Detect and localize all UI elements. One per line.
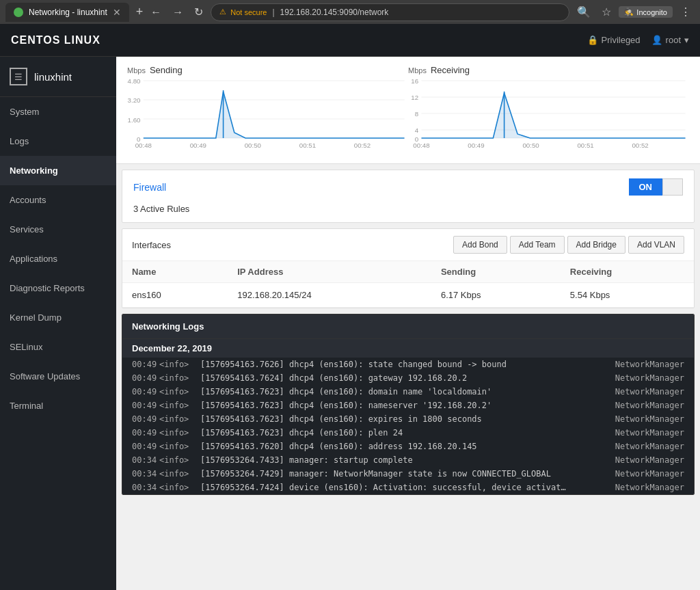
new-tab-button[interactable]: + — [136, 5, 144, 19]
sidebar-item-kernel-dump[interactable]: Kernel Dump — [0, 303, 116, 332]
incognito-badge: 🕵 Incognito — [619, 6, 673, 18]
svg-text:00:51: 00:51 — [577, 142, 593, 149]
dropdown-icon: ▾ — [684, 35, 689, 45]
log-time: 00:49 — [132, 387, 159, 397]
sidebar-logo-text: linuxhint — [34, 71, 72, 83]
reload-button[interactable]: ↻ — [191, 4, 206, 20]
col-ip: IP Address — [228, 261, 431, 283]
col-name: Name — [122, 261, 228, 283]
svg-text:00:50: 00:50 — [522, 142, 539, 149]
app-title: CENTOS LINUX — [11, 34, 100, 46]
iface-btn-add-team[interactable]: Add Team — [510, 236, 565, 254]
user-badge[interactable]: 👤 root ▾ — [651, 35, 689, 45]
address-bar[interactable]: ⚠ Not secure | 192.168.20.145:9090/netwo… — [211, 3, 569, 21]
cell-sending: 6.17 Kbps — [431, 283, 561, 308]
active-rules: 3 Active Rules — [133, 204, 683, 214]
svg-text:8: 8 — [415, 111, 418, 118]
firewall-link[interactable]: Firewall — [133, 182, 166, 193]
receiving-chart-unit: Mbps — [408, 66, 427, 75]
toggle-on-button[interactable]: ON — [629, 178, 663, 196]
log-message: [1576953264.7429] manager: NetworkManage… — [200, 469, 602, 479]
iface-btn-add-bond[interactable]: Add Bond — [453, 236, 507, 254]
iface-btn-add-bridge[interactable]: Add Bridge — [567, 236, 625, 254]
log-entry: 00:49<info>[1576954163.7623] dhcp4 (ens1… — [122, 385, 694, 399]
sidebar-item-software-updates[interactable]: Software Updates — [0, 362, 116, 391]
interfaces-title: Interfaces — [132, 240, 171, 250]
interface-buttons: Add BondAdd TeamAdd BridgeAdd VLAN — [453, 236, 684, 254]
log-time: 00:49 — [132, 442, 159, 451]
sidebar-item-services[interactable]: Services — [0, 215, 116, 244]
log-source: NetworkManager — [602, 442, 684, 451]
svg-text:12: 12 — [411, 94, 418, 101]
firewall-header: Firewall ON — [133, 178, 683, 196]
sidebar-item-networking[interactable]: Networking — [0, 156, 116, 185]
incognito-icon: 🕵 — [624, 8, 634, 16]
svg-text:00:51: 00:51 — [299, 142, 316, 149]
app-header: CENTOS LINUX 🔒 Privileged 👤 root ▾ — [0, 24, 700, 57]
address-url: 192.168.20.145:9090/network — [280, 8, 389, 17]
svg-marker-8 — [144, 92, 405, 138]
incognito-label: Incognito — [636, 8, 667, 16]
log-level: <info> — [159, 401, 200, 410]
log-entry: 00:49<info>[1576954163.7624] dhcp4 (ens1… — [122, 371, 694, 385]
forward-button[interactable]: → — [169, 5, 187, 20]
svg-text:1.60: 1.60 — [128, 117, 141, 124]
tab-close-button[interactable]: ✕ — [113, 7, 121, 18]
sidebar-item-applications[interactable]: Applications — [0, 244, 116, 273]
log-time: 00:49 — [132, 401, 159, 410]
browser-nav: ← → ↻ ⚠ Not secure | 192.168.20.145:9090… — [147, 3, 695, 21]
main-content: Mbps Sending 4.80 3.20 1.60 0 — [116, 57, 700, 590]
log-level: <info> — [159, 483, 200, 492]
log-message: [1576954163.7623] dhcp4 (ens160): namese… — [200, 401, 602, 410]
lock-icon: 🔒 — [587, 35, 598, 45]
log-time: 00:49 — [132, 414, 159, 424]
svg-text:00:52: 00:52 — [354, 142, 371, 149]
back-button[interactable]: ← — [147, 5, 165, 20]
log-time: 00:49 — [132, 360, 159, 369]
log-source: NetworkManager — [602, 401, 684, 410]
toggle-off-button[interactable] — [662, 178, 683, 196]
menu-button[interactable]: ⋮ — [677, 4, 695, 20]
tab-title: Networking - linuxhint — [29, 8, 107, 17]
log-entry: 00:49<info>[1576954163.7623] dhcp4 (ens1… — [122, 412, 694, 426]
log-level: <info> — [159, 442, 200, 451]
cell-ip: 192.168.20.145/24 — [228, 283, 431, 308]
security-warning-icon: ⚠ — [219, 8, 226, 16]
interfaces-section: Interfaces Add BondAdd TeamAdd BridgeAdd… — [122, 228, 695, 308]
sidebar: ☰ linuxhint SystemLogsNetworkingAccounts… — [0, 57, 116, 590]
browser-tab[interactable]: Networking - linuxhint ✕ — [5, 3, 129, 22]
table-row[interactable]: ens160192.168.20.145/246.17 Kbps5.54 Kbp… — [122, 283, 694, 308]
sending-chart-svg: 4.80 3.20 1.60 0 — [127, 78, 408, 153]
iface-btn-add-vlan[interactable]: Add VLAN — [628, 236, 684, 254]
log-source: NetworkManager — [602, 360, 684, 369]
interfaces-table: Name IP Address Sending Receiving ens160… — [122, 261, 694, 308]
sidebar-item-selinux[interactable]: SELinux — [0, 332, 116, 362]
sidebar-logo-icon: ☰ — [10, 68, 27, 85]
interfaces-header: Interfaces Add BondAdd TeamAdd BridgeAdd… — [122, 229, 694, 261]
firewall-toggle[interactable]: ON — [629, 178, 684, 196]
receiving-chart: Mbps Receiving 16 12 8 4 0 — [408, 65, 689, 155]
svg-marker-25 — [421, 93, 685, 138]
sidebar-item-terminal[interactable]: Terminal — [0, 391, 116, 420]
bookmark-button[interactable]: ☆ — [598, 4, 615, 20]
sidebar-item-logs[interactable]: Logs — [0, 126, 116, 156]
sidebar-item-system[interactable]: System — [0, 97, 116, 126]
log-entry: 00:49<info>[1576954163.7626] dhcp4 (ens1… — [122, 358, 694, 371]
cell-receiving: 5.54 Kbps — [561, 283, 694, 308]
log-time: 00:34 — [132, 483, 159, 492]
sending-chart-unit: Mbps — [127, 66, 146, 75]
sidebar-item-accounts[interactable]: Accounts — [0, 185, 116, 215]
log-level: <info> — [159, 387, 200, 397]
browser-chrome: Networking - linuxhint ✕ + ← → ↻ ⚠ Not s… — [0, 0, 700, 24]
log-level: <info> — [159, 414, 200, 424]
log-entry: 00:49<info>[1576954163.7623] dhcp4 (ens1… — [122, 399, 694, 412]
log-level: <info> — [159, 455, 200, 465]
svg-text:00:48: 00:48 — [135, 142, 152, 149]
search-button[interactable]: 🔍 — [574, 4, 594, 20]
privileged-badge[interactable]: 🔒 Privileged — [587, 35, 641, 45]
log-message: [1576954163.7623] dhcp4 (ens160): domain… — [200, 387, 602, 397]
log-level: <info> — [159, 428, 200, 438]
sidebar-item-diagnostic-reports[interactable]: Diagnostic Reports — [0, 273, 116, 303]
user-label: root — [666, 35, 681, 45]
log-source: NetworkManager — [602, 414, 684, 424]
